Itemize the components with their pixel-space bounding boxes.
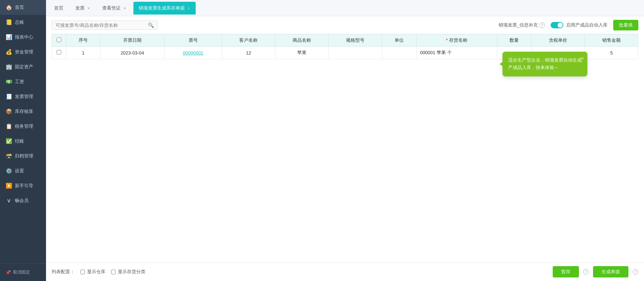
fixed-assets-icon: 🏢 <box>6 64 12 70</box>
sidebar-item-home[interactable]: 🏠 首页 <box>0 0 46 15</box>
sidebar-item-label: 发票管理 <box>15 93 33 100</box>
toggle-area: 启用产成品自动入库 <box>551 22 608 28</box>
list-config-label: 列表配置： <box>52 269 75 275</box>
col-checkbox <box>52 34 66 47</box>
required-mark: * <box>446 38 448 43</box>
sidebar-item-vip[interactable]: V 畅会员 <box>0 193 46 208</box>
guide-icon: ▶️ <box>6 183 12 189</box>
sidebar-item-label: 设置 <box>15 168 24 174</box>
save-button[interactable]: 暂存 <box>553 266 579 277</box>
pin-icon: 📌 <box>6 270 11 275</box>
sidebar-item-general-ledger[interactable]: 📒 总账 <box>0 15 46 30</box>
col-product-name: 商品名称 <box>275 34 329 47</box>
col-inventory-name: * 存货名称 <box>416 34 497 47</box>
sidebar: 🏠 首页 📒 总账 📊 报表中心 💰 资金管理 🏢 固定资产 💵 工资 🧾 发票… <box>0 0 46 281</box>
inventory-icon: 📦 <box>6 108 12 115</box>
select-all-checkbox[interactable] <box>57 38 61 42</box>
save-help-icon[interactable]: ? <box>583 269 589 275</box>
vip-icon: V <box>6 198 12 203</box>
tab-generate-inventory-label: 销项发票生成库存单据 <box>139 5 185 11</box>
payroll-icon: 💵 <box>6 79 12 85</box>
tax-icon: 📋 <box>6 123 12 130</box>
row-seq: 1 <box>66 47 100 59</box>
footer-bar: 列表配置： 显示仓库 显示存货分类 暂存 ? 生成单据 ? <box>46 262 644 281</box>
tab-generate-inventory[interactable]: 销项发票生成库存单据 × <box>133 2 196 15</box>
sidebar-item-tax[interactable]: 📋 税务管理 <box>0 119 46 134</box>
sidebar-item-funds[interactable]: 💰 资金管理 <box>0 45 46 59</box>
sidebar-item-label: 新手引导 <box>15 183 33 189</box>
sidebar-item-label: 库存核算 <box>15 108 33 115</box>
footer-left: 列表配置： 显示仓库 显示存货分类 <box>52 269 145 275</box>
sidebar-item-label: 固定资产 <box>15 64 33 70</box>
sidebar-item-label: 总账 <box>15 19 24 25</box>
show-category-checkbox[interactable] <box>111 270 116 274</box>
row-checkbox[interactable] <box>57 50 61 55</box>
show-warehouse-checkbox[interactable] <box>80 270 85 274</box>
col-amount: 销售金额 <box>585 34 638 47</box>
sidebar-item-settings[interactable]: ⚙️ 设置 <box>0 164 46 178</box>
tab-generate-inventory-close[interactable]: × <box>187 6 190 11</box>
ticket-no-link[interactable]: 00000001 <box>183 50 203 56</box>
tooltip-text: 适合生产型企业，销项发票自动生成产成品入库，快来体验～ <box>508 57 582 70</box>
sidebar-item-inventory[interactable]: 📦 库存核算 <box>0 104 46 119</box>
show-category-group: 显示存货分类 <box>111 269 145 275</box>
batch-fill-button[interactable]: 批量填 <box>613 20 638 30</box>
row-customer: 12 <box>222 47 275 59</box>
sidebar-item-label: 结账 <box>15 138 24 144</box>
tab-view-voucher-close[interactable]: × <box>123 6 126 11</box>
tab-invoice-close[interactable]: × <box>87 6 90 11</box>
col-qty: 数量 <box>497 34 531 47</box>
auto-warehouse-toggle[interactable] <box>551 22 563 28</box>
invoice-mgmt-icon: 🧾 <box>6 93 12 100</box>
sidebar-item-settlement[interactable]: ✅ 结账 <box>0 134 46 149</box>
row-product-name: 苹果 <box>275 47 329 59</box>
tab-view-voucher-label: 查看凭证 <box>102 5 121 11</box>
generate-help-icon[interactable]: ? <box>633 269 638 275</box>
row-ticket-no[interactable]: 00000001 <box>164 47 222 59</box>
sidebar-item-label: 税务管理 <box>15 123 33 130</box>
search-box[interactable]: 🔍 <box>52 21 158 30</box>
col-unit: 单位 <box>382 34 416 47</box>
sidebar-item-fixed-assets[interactable]: 🏢 固定资产 <box>0 59 46 74</box>
tab-invoice[interactable]: 发票 × <box>70 2 96 15</box>
archive-icon: 🗃️ <box>6 153 12 159</box>
tab-home[interactable]: 首页 <box>49 2 69 15</box>
row-inventory-name[interactable]: 000001 苹果 个 <box>416 47 497 59</box>
show-warehouse-label: 显示仓库 <box>87 269 105 275</box>
row-spec <box>329 47 382 59</box>
tab-view-voucher[interactable]: 查看凭证 × <box>97 2 132 15</box>
tooltip-popup: × 适合生产型企业，销项发票自动生成产成品入库，快来体验～ <box>502 52 587 76</box>
sidebar-item-label: 归档管理 <box>15 153 33 159</box>
info-label: 销项发票_信息补充 ? <box>499 22 545 28</box>
row-amount: 5 <box>585 47 638 59</box>
sidebar-item-invoice-mgmt[interactable]: 🧾 发票管理 <box>0 89 46 104</box>
tooltip-close-button[interactable]: × <box>581 55 584 62</box>
info-help-icon[interactable]: ? <box>539 22 545 28</box>
table-header-row: 序号 开票日期 票号 客户名称 商品名称 <box>52 34 638 47</box>
sidebar-item-label: 首页 <box>15 4 24 11</box>
cancel-pin-label: 取消固定 <box>13 269 30 275</box>
sidebar-bottom: 📌 取消固定 <box>0 263 46 281</box>
sidebar-item-payroll[interactable]: 💵 工资 <box>0 74 46 89</box>
main-area: 首页 发票 × 查看凭证 × 销项发票生成库存单据 × 🔍 销项发票_信息补充 <box>46 0 644 281</box>
home-icon: 🏠 <box>6 4 12 11</box>
sidebar-item-label: 资金管理 <box>15 49 33 55</box>
cancel-pin-button[interactable]: 📌 取消固定 <box>0 266 46 278</box>
col-open-date: 开票日期 <box>100 34 165 47</box>
reports-icon: 📊 <box>6 34 12 40</box>
show-warehouse-group: 显示仓库 <box>80 269 105 275</box>
col-customer: 客户名称 <box>222 34 275 47</box>
settings-icon: ⚙️ <box>6 168 12 174</box>
settlement-icon: ✅ <box>6 138 12 144</box>
sidebar-item-archive[interactable]: 🗃️ 归档管理 <box>0 149 46 164</box>
sidebar-item-guide[interactable]: ▶️ 新手引导 <box>0 178 46 193</box>
col-spec: 规格型号 <box>329 34 382 47</box>
generate-button[interactable]: 生成单据 <box>593 266 628 277</box>
show-category-label: 显示存货分类 <box>118 269 145 275</box>
info-label-text: 销项发票_信息补充 <box>499 22 538 28</box>
search-input[interactable] <box>56 23 148 28</box>
sidebar-item-reports[interactable]: 📊 报表中心 <box>0 30 46 45</box>
footer-right: 暂存 ? 生成单据 ? <box>553 266 638 277</box>
toggle-label: 启用产成品自动入库 <box>566 22 608 28</box>
row-unit <box>382 47 416 59</box>
